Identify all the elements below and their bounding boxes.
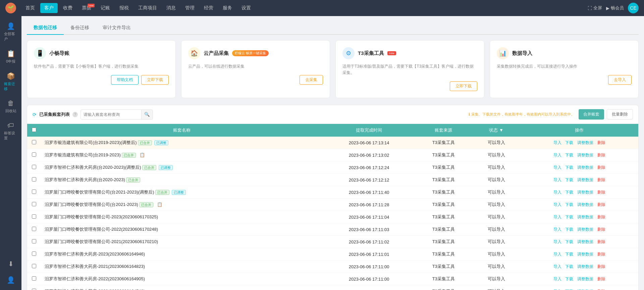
action-adjust[interactable]: 调整数据 [577, 252, 593, 257]
sidebar-item-migration[interactable]: 📦 账套迁移 [1, 69, 20, 95]
nav-item-customer[interactable]: 客户 [40, 3, 58, 13]
sidebar-item-tag-settings[interactable]: 🏷 标签设置 [1, 118, 20, 144]
row-checkbox[interactable] [32, 152, 36, 157]
cloud-product-collect-btn[interactable]: 去采集 [300, 75, 323, 85]
action-delete[interactable]: 删除 [597, 227, 605, 232]
row-checkbox[interactable] [32, 165, 36, 169]
action-import[interactable]: 导入 [553, 202, 561, 207]
nav-item-bookkeeping[interactable]: 记账 [97, 3, 114, 13]
data-import-goto-btn[interactable]: 去导入 [608, 75, 632, 85]
row-checkbox[interactable] [32, 214, 36, 219]
action-adjust[interactable]: 调整数据 [577, 277, 593, 281]
action-download[interactable]: 下载 [565, 252, 573, 257]
action-adjust[interactable]: 调整数据 [577, 140, 593, 145]
action-import[interactable]: 导入 [553, 264, 561, 269]
nav-item-manage[interactable]: 管理 [181, 3, 199, 13]
action-import[interactable]: 导入 [553, 215, 561, 219]
row-checkbox[interactable] [32, 190, 36, 194]
action-download[interactable]: 下载 [565, 239, 573, 244]
action-import[interactable]: 导入 [553, 153, 561, 157]
action-delete[interactable]: 删除 [597, 165, 605, 170]
select-all-checkbox[interactable] [32, 128, 36, 132]
action-adjust[interactable]: 调整数据 [577, 153, 593, 157]
search-button[interactable]: 🔍 [141, 110, 153, 119]
nav-item-business[interactable]: 工商项目 [134, 3, 161, 13]
action-download[interactable]: 下载 [565, 153, 573, 157]
row-checkbox[interactable] [32, 239, 36, 243]
sidebar-item-zero-declare[interactable]: 📋 0申报 [1, 46, 20, 67]
sidebar-item-all-customers[interactable]: 👤 全部客户 [1, 19, 20, 45]
action-delete[interactable]: 删除 [597, 239, 605, 244]
row-checkbox[interactable] [32, 289, 36, 290]
row-checkbox[interactable] [32, 276, 36, 281]
action-download[interactable]: 下载 [565, 227, 573, 232]
action-delete[interactable]: 删除 [597, 264, 605, 269]
sidebar-item-recycle[interactable]: 🗑 回收站 [1, 96, 20, 117]
sidebar-item-user[interactable]: 👤 [1, 273, 20, 287]
action-download[interactable]: 下载 [565, 177, 573, 182]
table-row: 汨罗市智祥仁济和善大药房-2022(20230606164905)2023-06… [27, 273, 638, 285]
tab-data-migration[interactable]: 数据包迁移 [27, 21, 64, 35]
action-adjust[interactable]: 调整数据 [577, 264, 593, 269]
action-adjust[interactable]: 调整数据 [577, 202, 593, 207]
refresh-icon[interactable]: ⟳ [33, 112, 37, 117]
help-icon[interactable]: ? [72, 112, 78, 117]
xiao-chang-download-btn[interactable]: 立即下载 [141, 75, 169, 85]
action-import[interactable]: 导入 [553, 252, 561, 257]
action-import[interactable]: 导入 [553, 277, 561, 281]
action-download[interactable]: 下载 [565, 165, 573, 170]
action-adjust[interactable]: 调整数据 [577, 215, 593, 219]
action-delete[interactable]: 删除 [597, 190, 605, 195]
row-checkbox[interactable] [32, 227, 36, 231]
nav-item-service[interactable]: 服务 [219, 3, 236, 13]
avatar[interactable]: CE [628, 3, 639, 13]
action-import[interactable]: 导入 [553, 140, 561, 145]
action-download[interactable]: 下载 [565, 190, 573, 195]
action-download[interactable]: 下载 [565, 277, 573, 281]
action-import[interactable]: 导入 [553, 177, 561, 182]
xiao-chang-help-btn[interactable]: 帮助文档 [111, 75, 139, 85]
nav-item-fee[interactable]: 收费 [59, 3, 76, 13]
action-delete[interactable]: 删除 [597, 140, 605, 145]
action-download[interactable]: 下载 [565, 140, 573, 145]
action-delete[interactable]: 删除 [597, 153, 605, 157]
logo[interactable]: 🌱 [5, 3, 16, 13]
action-download[interactable]: 下载 [565, 264, 573, 269]
action-adjust[interactable]: 调整数据 [577, 190, 593, 195]
nav-item-settings[interactable]: 设置 [237, 3, 255, 13]
batch-delete-button[interactable]: 批量删除 [607, 109, 633, 120]
action-download[interactable]: 下载 [565, 202, 573, 207]
action-adjust[interactable]: 调整数据 [577, 177, 593, 182]
nav-item-operation[interactable]: 经营 [200, 3, 217, 13]
row-checkbox[interactable] [32, 202, 36, 206]
action-delete[interactable]: 删除 [597, 252, 605, 257]
action-delete[interactable]: 删除 [597, 215, 605, 219]
row-checkbox[interactable] [32, 140, 36, 144]
search-input[interactable] [81, 112, 141, 117]
action-import[interactable]: 导入 [553, 227, 561, 232]
fullscreen-button[interactable]: ⛶ 全屏 [588, 5, 602, 11]
action-import[interactable]: 导入 [553, 190, 561, 195]
action-delete[interactable]: 删除 [597, 202, 605, 207]
row-checkbox[interactable] [32, 177, 36, 182]
action-delete[interactable]: 删除 [597, 177, 605, 182]
action-adjust[interactable]: 调整数据 [577, 227, 593, 232]
action-delete[interactable]: 删除 [597, 277, 605, 281]
action-adjust[interactable]: 调整数据 [577, 239, 593, 244]
action-import[interactable]: 导入 [553, 165, 561, 170]
action-download[interactable]: 下载 [565, 215, 573, 219]
tab-backup-migration[interactable]: 备份迁移 [64, 21, 96, 35]
row-checkbox[interactable] [32, 251, 36, 256]
action-import[interactable]: 导入 [553, 239, 561, 244]
action-adjust[interactable]: 调整数据 [577, 165, 593, 170]
member-button[interactable]: ▶ 畅会员 [606, 5, 624, 11]
merge-button[interactable]: 合并账套 [579, 109, 604, 120]
nav-item-tax[interactable]: 报税 [115, 3, 133, 13]
tab-audit-export[interactable]: 审计文件导出 [96, 21, 138, 35]
row-checkbox[interactable] [32, 264, 36, 268]
t3-tool-download-btn[interactable]: 立即下载 [450, 81, 477, 91]
nav-item-invoice[interactable]: 票据new [78, 3, 95, 13]
nav-item-message[interactable]: 消息 [162, 3, 180, 13]
sidebar-item-download[interactable]: ⬇ [1, 257, 20, 271]
nav-item-home[interactable]: 首页 [21, 3, 39, 13]
